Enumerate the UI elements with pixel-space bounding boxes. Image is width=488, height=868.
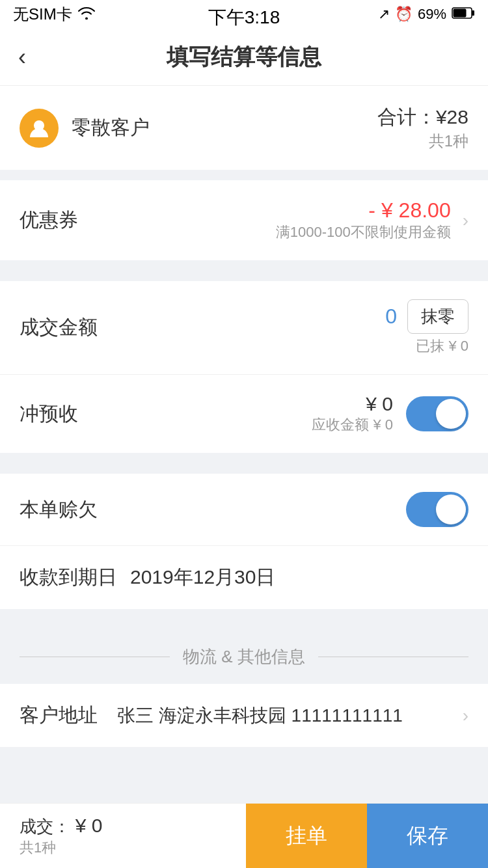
battery-icon [452,6,475,23]
coupon-label: 优惠券 [20,207,276,234]
separator-1 [0,271,488,281]
due-date-row: 收款到期日 2019年12月30日 [0,545,488,609]
svg-rect-1 [472,10,474,16]
bottom-count: 共1种 [20,838,226,858]
bottom-deal-row: 成交： ¥ 0 [20,815,226,838]
prepay-row: 冲预收 ¥ 0 应收金额 ¥ 0 [0,375,488,453]
deal-amount-right: 0 抹零 已抹 ¥ 0 [385,299,468,356]
coupon-desc: 满1000-100不限制使用金额 [276,223,451,242]
coupon-info: - ¥ 28.00 满1000-100不限制使用金额 [276,198,451,242]
address-value: 张三 海淀永丰科技园 11111111111 [117,703,463,728]
customer-total: 合计：¥28 共1种 [377,104,468,152]
customer-row: 零散客户 合计：¥28 共1种 [0,86,488,170]
separator-2 [0,463,488,474]
customer-total-count: 共1种 [377,131,468,152]
deal-amount-label: 成交金额 [20,314,385,341]
deal-amount-value: 0 [385,305,397,329]
save-button[interactable]: 保存 [367,804,488,869]
logistics-line-right [318,657,468,657]
alarm-icon: ⏰ [395,6,413,23]
carrier-text: 无SIM卡 [13,4,72,25]
customer-total-amount: 合计：¥28 [377,104,468,131]
nav-title: 填写结算等信息 [167,42,321,72]
logistics-line-left [20,657,170,657]
round-button[interactable]: 抹零 [407,299,468,334]
status-bar-left: 无SIM卡 [13,4,96,25]
debt-section: 本单赊欠 收款到期日 2019年12月30日 [0,474,488,609]
customer-name: 零散客户 [72,115,377,141]
coupon-row[interactable]: 优惠券 - ¥ 28.00 满1000-100不限制使用金额 › [0,180,488,260]
wifi-icon [77,5,96,23]
coupon-right: - ¥ 28.00 满1000-100不限制使用金额 › [276,198,468,242]
prepay-toggle-knob [436,399,466,429]
customer-section: 零散客户 合计：¥28 共1种 [0,86,488,170]
svg-rect-2 [454,9,467,18]
due-date-label: 收款到期日 [20,564,117,591]
address-row[interactable]: 客户地址 张三 海淀永丰科技园 11111111111 › [0,684,488,747]
deal-section: 成交金额 0 抹零 已抹 ¥ 0 冲预收 ¥ 0 应收金额 ¥ 0 [0,281,488,453]
debt-row: 本单赊欠 [0,474,488,545]
debt-toggle-knob [436,495,466,524]
prepay-label: 冲预收 [20,401,312,427]
location-icon: ↗ [378,6,390,23]
address-section[interactable]: 客户地址 张三 海淀永丰科技园 11111111111 › [0,684,488,747]
customer-avatar [20,109,59,148]
logistics-label: 物流 & 其他信息 [183,645,305,668]
bottom-bar: 成交： ¥ 0 共1种 挂单 保存 [0,803,488,868]
debt-label: 本单赊欠 [20,496,406,523]
address-arrow-icon: › [463,705,468,726]
status-bar-time: 下午3:18 [208,5,280,30]
deal-top: 0 抹零 [385,299,468,334]
coupon-section[interactable]: 优惠券 - ¥ 28.00 满1000-100不限制使用金额 › [0,180,488,260]
prepay-sub: 应收金额 ¥ 0 [312,415,393,435]
deal-sub-text: 已抹 ¥ 0 [416,336,468,356]
deal-amount-row: 成交金额 0 抹零 已抹 ¥ 0 [0,281,488,375]
prepay-toggle[interactable] [406,396,468,431]
bottom-deal-amount: ¥ 0 [75,815,103,836]
separator-3 [0,619,488,630]
coupon-discount: - ¥ 28.00 [276,198,451,223]
prepay-right: ¥ 0 应收金额 ¥ 0 [312,393,393,435]
back-button[interactable]: ‹ [18,44,26,71]
address-label: 客户地址 [20,702,98,729]
status-bar-right: ↗ ⏰ 69% [378,6,475,23]
prepay-amount: ¥ 0 [366,393,393,415]
battery-text: 69% [418,6,446,23]
bottom-left: 成交： ¥ 0 共1种 [0,815,246,858]
debt-toggle[interactable] [406,492,468,527]
coupon-arrow-icon: › [463,210,468,231]
hold-button[interactable]: 挂单 [246,804,367,869]
nav-bar: ‹ 填写结算等信息 [0,29,488,86]
logistics-header: 物流 & 其他信息 [0,630,488,684]
due-date-value: 2019年12月30日 [130,564,275,591]
status-bar: 无SIM卡 下午3:18 ↗ ⏰ 69% [0,0,488,29]
bottom-deal-label: 成交： [20,817,70,836]
